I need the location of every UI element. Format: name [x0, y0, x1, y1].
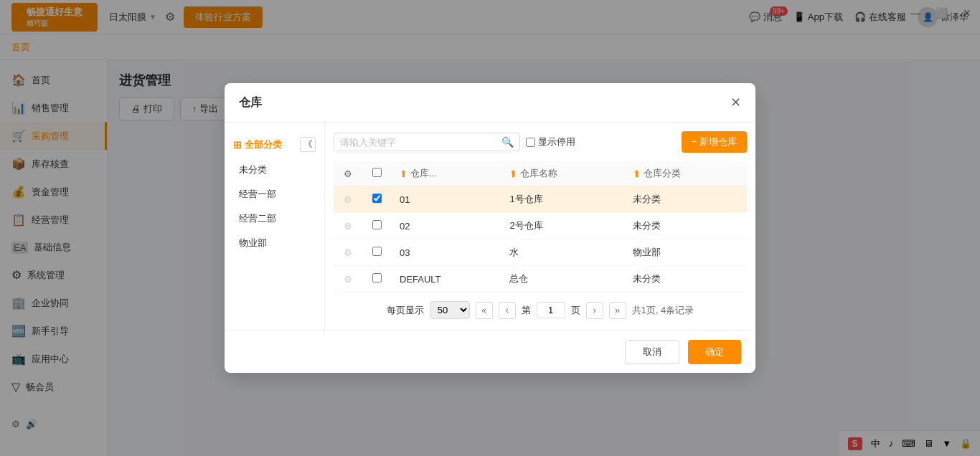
- row-code-0: 01: [391, 186, 501, 213]
- table-row[interactable]: ⚙ DEFAULT 总仓 未分类: [334, 266, 747, 293]
- row-category-0: 未分类: [624, 186, 747, 213]
- show-disabled-wrap: 显示停用: [526, 136, 575, 148]
- confirm-button[interactable]: 确定: [688, 340, 741, 364]
- table-row[interactable]: ⚙ 02 2号仓库 未分类: [334, 213, 747, 239]
- modal-overlay: 仓库 ✕ ⊞ 全部分类 《 未分类 经营一部 经营二部 物业部: [0, 0, 980, 456]
- all-category-label[interactable]: 全部分类: [245, 138, 282, 151]
- category-item-0[interactable]: 未分类: [225, 158, 324, 182]
- row-category-2: 物业部: [624, 239, 747, 266]
- table-header-row: ⚙ ⬆ 仓库...: [334, 161, 747, 186]
- sort-icon: ⬆: [400, 168, 407, 179]
- row-code-2: 03: [391, 239, 501, 266]
- table-row[interactable]: ⚙ 03 水 物业部: [334, 239, 747, 266]
- prev-page-button[interactable]: ‹: [499, 302, 516, 319]
- row-code-3: DEFAULT: [391, 266, 501, 293]
- row-name-1: 2号仓库: [501, 213, 623, 239]
- page-label: 第: [522, 304, 531, 317]
- modal-title: 仓库: [239, 95, 262, 110]
- row-name-3: 总仓: [501, 266, 623, 293]
- col-category-label: 仓库分类: [644, 167, 681, 180]
- search-icon[interactable]: 🔍: [501, 136, 514, 148]
- cat-sort-icon: ⬆: [633, 168, 641, 179]
- col-checkbox: [362, 161, 391, 186]
- table-panel: 🔍 显示停用 + 新增仓库 ⚙: [325, 123, 755, 331]
- category-item-3[interactable]: 物业部: [225, 231, 324, 255]
- category-header: ⊞ 全部分类 《: [225, 131, 324, 158]
- table-row[interactable]: ⚙ 01 1号仓库 未分类: [334, 186, 747, 213]
- cancel-button[interactable]: 取消: [625, 340, 679, 364]
- col-name-label: 仓库名称: [520, 167, 557, 180]
- row-checkbox-cell-0[interactable]: [362, 186, 391, 213]
- row-gear-0[interactable]: ⚙: [334, 186, 362, 213]
- warehouse-modal: 仓库 ✕ ⊞ 全部分类 《 未分类 经营一部 经营二部 物业部: [225, 83, 755, 373]
- pagination: 每页显示 50 10 20 100 « ‹ 第 页 › » 共1页, 4条记录: [334, 293, 747, 322]
- name-sort-icon: ⬆: [509, 168, 517, 179]
- category-item-2[interactable]: 经营二部: [225, 206, 324, 231]
- col-name: ⬆ 仓库名称: [501, 161, 623, 186]
- last-page-button[interactable]: »: [609, 302, 626, 319]
- row-category-3: 未分类: [624, 266, 747, 293]
- category-panel: ⊞ 全部分类 《 未分类 经营一部 经营二部 物业部: [225, 123, 325, 331]
- next-page-button[interactable]: ›: [586, 302, 603, 319]
- row-checkbox-cell-2[interactable]: [362, 239, 391, 266]
- gear-icon: ⚙: [344, 168, 352, 179]
- modal-footer: 取消 确定: [225, 331, 755, 373]
- col-code: ⬆ 仓库...: [391, 161, 501, 186]
- row-checkbox-cell-1[interactable]: [362, 213, 391, 239]
- total-label: 共1页, 4条记录: [632, 304, 694, 317]
- row-name-2: 水: [501, 239, 623, 266]
- page-suffix: 页: [571, 304, 580, 317]
- search-box: 🔍: [334, 133, 520, 151]
- row-gear-3[interactable]: ⚙: [334, 266, 362, 293]
- table-toolbar: 🔍 显示停用 + 新增仓库: [334, 131, 747, 153]
- row-gear-1[interactable]: ⚙: [334, 213, 362, 239]
- page-input[interactable]: [537, 302, 565, 318]
- col-gear: ⚙: [334, 161, 362, 186]
- col-category: ⬆ 仓库分类: [624, 161, 747, 186]
- add-warehouse-button[interactable]: + 新增仓库: [682, 131, 747, 153]
- grid-icon: ⊞: [233, 139, 242, 151]
- per-page-select[interactable]: 50 10 20 100: [430, 301, 470, 319]
- col-code-label: 仓库...: [410, 167, 437, 180]
- show-disabled-label: 显示停用: [538, 136, 575, 148]
- show-disabled-checkbox[interactable]: [526, 138, 535, 147]
- row-gear-2[interactable]: ⚙: [334, 239, 362, 266]
- warehouse-table: ⚙ ⬆ 仓库...: [334, 161, 747, 293]
- row-checkbox-cell-3[interactable]: [362, 266, 391, 293]
- modal-header: 仓库 ✕: [225, 83, 755, 123]
- modal-body: ⊞ 全部分类 《 未分类 经营一部 经营二部 物业部 🔍: [225, 123, 755, 331]
- row-name-0: 1号仓库: [501, 186, 623, 213]
- search-input[interactable]: [340, 137, 501, 148]
- modal-close-button[interactable]: ✕: [730, 95, 741, 110]
- first-page-button[interactable]: «: [476, 302, 493, 319]
- category-item-1[interactable]: 经营一部: [225, 182, 324, 206]
- collapse-button[interactable]: 《: [300, 137, 316, 152]
- row-code-1: 02: [391, 213, 501, 239]
- per-page-label: 每页显示: [387, 304, 424, 317]
- select-all-checkbox[interactable]: [372, 168, 382, 177]
- row-category-1: 未分类: [624, 213, 747, 239]
